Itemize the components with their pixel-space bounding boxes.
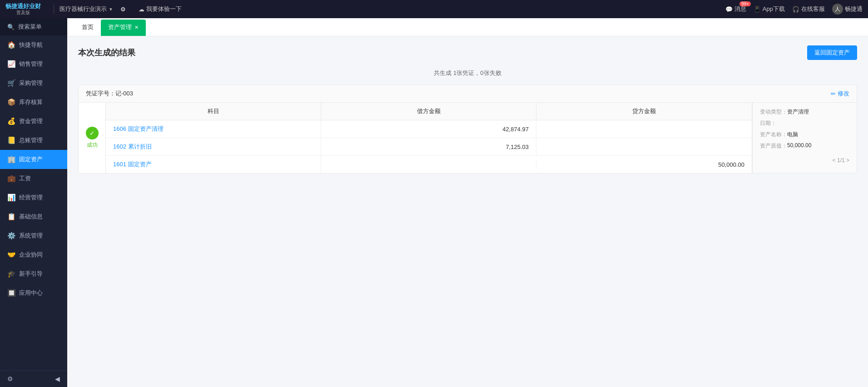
sidebar-item-label: 新手引导 bbox=[19, 270, 43, 278]
edit-icon: ✏ bbox=[831, 90, 836, 97]
enterprise-icon: 🤝 bbox=[7, 251, 15, 259]
cell-credit-1 bbox=[536, 124, 752, 134]
original-value-row: 资产原值： 50,000.00 bbox=[760, 142, 849, 150]
sidebar-item-inventory[interactable]: 📦 库存核算 bbox=[0, 93, 67, 112]
sidebar-item-enterprise[interactable]: 🤝 企业协同 bbox=[0, 245, 67, 264]
asset-name-row: 资产名称： 电脑 bbox=[760, 131, 849, 139]
main-layout: 🔍 搜索菜单 🏠 快捷导航 📈 销售管理 🛒 采购管理 📦 库存核算 💰 资金管… bbox=[0, 18, 868, 387]
sidebar-item-sales[interactable]: 📈 销售管理 bbox=[0, 55, 67, 74]
experience-text: 我要体验一下 bbox=[146, 5, 182, 13]
sidebar-item-app-center[interactable]: 🔲 应用中心 bbox=[0, 283, 67, 303]
tab-asset-management[interactable]: 资产管理 ✕ bbox=[101, 20, 146, 36]
sidebar-item-ledger[interactable]: 📒 总账管理 bbox=[0, 131, 67, 150]
sidebar-collapse-icon[interactable]: ◀ bbox=[55, 375, 60, 382]
page-content: 本次生成的结果 返回固定资产 共生成 1张凭证，0张失败 凭证字号：记-003 … bbox=[67, 36, 868, 387]
experience-button[interactable]: ☁ 我要体验一下 bbox=[139, 5, 182, 13]
sidebar-item-operations[interactable]: 📊 经营管理 bbox=[0, 188, 67, 207]
sidebar-item-label: 企业协同 bbox=[19, 251, 43, 259]
salary-icon: 💼 bbox=[7, 174, 15, 183]
voucher-body: ✓ 成功 科目 借方金额 贷方金额 1606 固定资产清理 bbox=[79, 103, 857, 173]
return-fixed-assets-button[interactable]: 返回固定资产 bbox=[807, 45, 857, 60]
sidebar-item-capital[interactable]: 💰 资金管理 bbox=[0, 112, 67, 131]
sidebar-item-label: 工资 bbox=[19, 174, 31, 183]
status-text: 成功 bbox=[87, 141, 98, 149]
messages-icon: 💬 bbox=[725, 6, 733, 13]
project-dropdown-icon: ▼ bbox=[109, 7, 113, 12]
user-menu[interactable]: 人 畅捷通 bbox=[832, 4, 863, 15]
edit-label: 修改 bbox=[838, 89, 849, 98]
sidebar-settings-icon[interactable]: ⚙ bbox=[7, 375, 13, 382]
sidebar-item-label: 经营管理 bbox=[19, 194, 43, 202]
tab-home-label: 首页 bbox=[82, 23, 94, 31]
avatar: 人 bbox=[832, 4, 843, 15]
topbar-divider bbox=[54, 5, 54, 14]
home-icon: 🏠 bbox=[7, 41, 15, 49]
sidebar-item-label: 库存核算 bbox=[19, 98, 43, 106]
purchase-icon: 🛒 bbox=[7, 79, 15, 87]
sidebar-item-label: 资金管理 bbox=[19, 117, 43, 125]
topbar: 畅捷通好业财 普及版 医疗器械行业演示 ▼ ⚙ ☁ 我要体验一下 💬 消息 99… bbox=[0, 0, 868, 18]
sidebar-item-system[interactable]: ⚙️ 系统管理 bbox=[0, 226, 67, 245]
sidebar-item-tutorial[interactable]: 🎓 新手引导 bbox=[0, 264, 67, 283]
sidebar-item-salary[interactable]: 💼 工资 bbox=[0, 169, 67, 188]
change-type-row: 变动类型： 资产清理 bbox=[760, 108, 849, 116]
sidebar-item-fixed-assets[interactable]: 🏢 固定资产 bbox=[0, 150, 67, 169]
tutorial-icon: 🎓 bbox=[7, 270, 15, 278]
online-service-label: 在线客服 bbox=[801, 5, 825, 13]
sidebar-item-label: 采购管理 bbox=[19, 79, 43, 87]
tab-home[interactable]: 首页 bbox=[74, 20, 101, 36]
logo-main-text: 畅捷通好业财 bbox=[5, 3, 41, 10]
table-row: 1601 固定资产 50,000.00 bbox=[106, 156, 752, 173]
sales-icon: 📈 bbox=[7, 60, 15, 68]
sidebar-item-purchase[interactable]: 🛒 采购管理 bbox=[0, 74, 67, 93]
system-icon: ⚙️ bbox=[7, 232, 15, 240]
fixed-assets-icon: 🏢 bbox=[7, 155, 15, 164]
username: 畅捷通 bbox=[845, 5, 863, 13]
project-selector[interactable]: 医疗器械行业演示 ▼ bbox=[60, 5, 113, 13]
page-header: 本次生成的结果 返回固定资产 bbox=[78, 45, 857, 60]
sidebar-item-label: 总账管理 bbox=[19, 136, 43, 144]
app-logo: 畅捷通好业财 普及版 bbox=[5, 3, 41, 15]
sidebar-item-quick-nav[interactable]: 🏠 快捷导航 bbox=[0, 35, 67, 55]
sidebar-item-search[interactable]: 🔍 搜索菜单 bbox=[0, 18, 67, 35]
summary-text: 共生成 1张凭证，0张失败 bbox=[78, 69, 857, 77]
status-column: ✓ 成功 bbox=[79, 103, 106, 173]
sidebar-item-label: 应用中心 bbox=[19, 289, 43, 297]
project-name: 医疗器械行业演示 bbox=[60, 5, 107, 13]
project-settings-icon[interactable]: ⚙ bbox=[117, 3, 129, 15]
cell-debit-1: 42,874.97 bbox=[321, 121, 536, 137]
ledger-icon: 📒 bbox=[7, 136, 15, 144]
cell-subject-2: 1602 累计折旧 bbox=[106, 138, 321, 155]
table-header: 科目 借方金额 贷方金额 bbox=[106, 103, 752, 120]
sidebar-item-basic-info[interactable]: 📋 基础信息 bbox=[0, 207, 67, 226]
sidebar-item-label: 销售管理 bbox=[19, 60, 43, 68]
edit-button[interactable]: ✏ 修改 bbox=[831, 89, 849, 98]
content-area: 首页 资产管理 ✕ 本次生成的结果 返回固定资产 共生成 1张凭证，0张失败 凭… bbox=[67, 18, 868, 387]
cell-credit-3: 50,000.00 bbox=[536, 157, 752, 173]
basic-info-icon: 📋 bbox=[7, 213, 15, 221]
download-icon: 📱 bbox=[754, 6, 761, 13]
page-title: 本次生成的结果 bbox=[78, 47, 135, 58]
topbar-right: 💬 消息 99+ 📱 App下载 🎧 在线客服 人 畅捷通 bbox=[725, 4, 863, 15]
messages-badge: 99+ bbox=[739, 1, 751, 6]
success-icon: ✓ bbox=[86, 127, 99, 139]
app-center-icon: 🔲 bbox=[7, 289, 15, 297]
cell-credit-2 bbox=[536, 142, 752, 151]
app-download-button[interactable]: 📱 App下载 bbox=[754, 5, 785, 13]
tab-close-icon[interactable]: ✕ bbox=[134, 25, 139, 30]
online-service-button[interactable]: 🎧 在线客服 bbox=[792, 5, 825, 13]
sidebar-item-label: 快捷导航 bbox=[19, 41, 43, 49]
pagination-next-icon[interactable]: > bbox=[846, 157, 849, 164]
original-value-value: 50,000.00 bbox=[787, 142, 811, 149]
asset-name-label: 资产名称： bbox=[760, 131, 787, 139]
app-download-label: App下载 bbox=[763, 5, 785, 13]
sidebar-item-label: 系统管理 bbox=[19, 232, 43, 240]
operations-icon: 📊 bbox=[7, 194, 15, 202]
capital-icon: 💰 bbox=[7, 117, 15, 125]
sidebar-item-label: 基础信息 bbox=[19, 213, 43, 221]
search-icon: 🔍 bbox=[7, 24, 15, 30]
change-type-label: 变动类型： bbox=[760, 108, 787, 116]
pagination-prev-icon[interactable]: < bbox=[833, 157, 836, 164]
messages-button[interactable]: 💬 消息 99+ bbox=[725, 5, 746, 13]
right-panel: 变动类型： 资产清理 日期： 资产名称： 电脑 资产原值： bbox=[752, 103, 857, 173]
